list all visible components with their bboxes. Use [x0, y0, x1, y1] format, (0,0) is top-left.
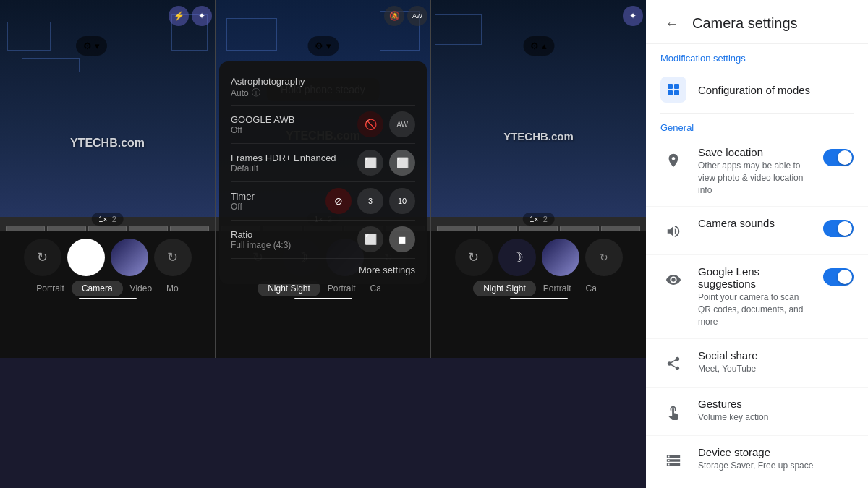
mode-label-portrait-3[interactable]: Portrait	[536, 281, 579, 296]
fs-hdr-value: Default	[231, 163, 357, 174]
timer-10-icon[interactable]: 10	[389, 188, 415, 214]
fs-row-ratio: Ratio Full image (4:3) ⬜ ◼	[231, 221, 415, 259]
fs-row-hdr: Frames HDR+ Enhanced Default ⬜ ⬜	[231, 144, 415, 182]
social-share-subtitle: Meet, YouTube	[698, 363, 854, 375]
panel-1-settings-button[interactable]: ⚙ ▾	[76, 36, 107, 56]
panel-2-indicator	[294, 298, 352, 299]
ratio-square-icon[interactable]: ◼	[389, 226, 415, 252]
blueprint-el	[22, 58, 80, 72]
mode-icon-night-3[interactable]: ☽	[498, 239, 536, 276]
config-modes-item[interactable]: Configuration of modes	[646, 67, 868, 113]
hdr-icon-1[interactable]: ⬜	[357, 150, 383, 176]
zoom-2x-1[interactable]: 2	[112, 215, 116, 223]
fs-ratio-group: Ratio Full image (4:3)	[231, 229, 357, 250]
fs-timer-label: Timer	[231, 191, 326, 202]
save-location-subtitle: Other apps may be able to view photo & v…	[698, 160, 812, 196]
fs-row-timer: Timer Off ⊘ 3 10	[231, 182, 415, 221]
fs-hdr-group: Frames HDR+ Enhanced Default	[231, 153, 357, 174]
timer-3-icon[interactable]: 3	[357, 188, 383, 214]
sparkle-icon[interactable]: ✦	[192, 6, 212, 26]
panel-1-mode-labels: Portrait Camera Video Mo	[0, 281, 215, 296]
fs-ratio-label: Ratio	[231, 229, 357, 240]
zoom-1x-3[interactable]: 1×	[529, 215, 539, 223]
save-location-toggle[interactable]	[823, 149, 854, 166]
social-share-title: Social share	[698, 349, 854, 361]
mode-icon-more-1[interactable]: ↻	[154, 239, 192, 276]
no-flash-icon[interactable]: ⚡	[169, 6, 189, 26]
back-button[interactable]: ←	[660, 12, 684, 35]
panel-3-settings-button[interactable]: ⚙ ▴	[523, 36, 554, 56]
svg-rect-1	[674, 84, 679, 89]
advanced-item[interactable]: Advanced	[646, 484, 868, 488]
config-modes-title: Configuration of modes	[698, 84, 810, 96]
fs-timer-group: Timer Off	[231, 191, 326, 212]
camera-sounds-toggle[interactable]	[823, 220, 854, 237]
camera-section: YTECHB.com ⚙ ▾ ⚡ ✦	[0, 0, 646, 488]
mode-icon-sync-1[interactable]: ↻	[24, 239, 61, 276]
fs-hdr-label: Frames HDR+ Enhanced	[231, 153, 357, 163]
mode-icon-camera-1[interactable]	[67, 239, 105, 276]
mode-icon-sync-3[interactable]: ↻	[455, 239, 493, 276]
fs-astro-value: Auto ⓘ	[231, 87, 415, 99]
mode-label-video-1[interactable]: Video	[123, 281, 159, 296]
camera-panel-2: YTECHB.com ⚙ ▾ Hold phone steady Astroph…	[216, 0, 431, 358]
save-location-item[interactable]: Save location Other apps may be able to …	[646, 136, 868, 207]
panel-3-top-icons: ✦	[623, 6, 643, 26]
mode-label-camera-1[interactable]: Camera	[72, 281, 123, 296]
device-storage-content: Device storage Storage Saver, Free up sp…	[698, 446, 854, 472]
panel-1-mode-icons: ↻ ↻	[0, 231, 215, 281]
camera-sounds-item[interactable]: Camera sounds	[646, 207, 868, 255]
google-lens-toggle-container	[823, 268, 854, 286]
google-lens-toggle[interactable]	[823, 268, 854, 286]
camera-panels: YTECHB.com ⚙ ▾ ⚡ ✦	[0, 0, 646, 358]
mode-label-night-3[interactable]: Night Sight	[473, 281, 536, 296]
social-share-item[interactable]: Social share Meet, YouTube	[646, 339, 868, 388]
gestures-item[interactable]: Gestures Volume key action	[646, 388, 868, 436]
aw-icon[interactable]: AW	[407, 6, 427, 26]
google-lens-title: Google Lens suggestions	[698, 265, 812, 290]
camera-sounds-toggle-container	[823, 220, 854, 237]
panel-3-mode-labels: Night Sight Portrait Ca	[431, 281, 646, 296]
blueprint-el-2	[226, 18, 277, 51]
mode-icon-ca-3[interactable]: ↻	[585, 239, 623, 276]
awb-off-icon[interactable]: 🚫	[357, 111, 383, 137]
no-sound-icon[interactable]: 🔕	[384, 6, 404, 26]
storage-icon	[660, 448, 686, 474]
blueprint-el-4	[435, 14, 482, 45]
mode-label-mo-1[interactable]: Mo	[159, 281, 186, 296]
fs-timer-value: Off	[231, 202, 326, 212]
sparkle-icon-3[interactable]: ✦	[623, 6, 643, 26]
svg-rect-3	[674, 90, 679, 95]
gestures-title: Gestures	[698, 398, 854, 410]
config-modes-icon	[660, 77, 686, 103]
more-settings-button[interactable]: More settings	[231, 265, 415, 275]
device-storage-item[interactable]: Device storage Storage Saver, Free up sp…	[646, 436, 868, 484]
google-lens-item[interactable]: Google Lens suggestions Point your camer…	[646, 255, 868, 338]
panel-2-settings-button[interactable]: ⚙ ▾	[307, 36, 339, 56]
panel-1-bottom: ↻ ↻ Portrait Camera Video Mo	[0, 231, 215, 358]
sound-icon	[660, 218, 686, 244]
timer-off-icon[interactable]: ⊘	[326, 188, 352, 214]
camera-panel-3: YTECHB.com ⚙ ▴ ✦	[431, 0, 646, 358]
mode-icon-port-3[interactable]	[542, 239, 579, 276]
awb-on-icon[interactable]: AW	[389, 111, 415, 137]
ratio-full-icon[interactable]: ⬜	[357, 226, 383, 252]
gestures-content: Gestures Volume key action	[698, 398, 854, 424]
fs-awb-icons: 🚫 AW	[357, 111, 415, 137]
gesture-icon	[660, 399, 686, 425]
mode-label-ca-3[interactable]: Ca	[579, 281, 604, 296]
blueprint-el	[7, 22, 51, 51]
social-share-content: Social share Meet, YouTube	[698, 349, 854, 375]
zoom-2x-3[interactable]: 2	[543, 215, 548, 223]
mode-label-portrait-1[interactable]: Portrait	[29, 281, 72, 296]
chevron-down-icon: ▾	[95, 40, 100, 51]
hdr-icon-2[interactable]: ⬜	[389, 150, 415, 176]
zoom-1x-1[interactable]: 1×	[98, 215, 108, 223]
mode-icon-video-1[interactable]	[111, 239, 148, 276]
modification-section-label: Modification settings	[646, 44, 868, 67]
chevron-up-icon: ▴	[542, 40, 547, 51]
device-storage-title: Device storage	[698, 446, 854, 458]
camera-panel-1: YTECHB.com ⚙ ▾ ⚡ ✦	[0, 0, 216, 358]
fs-row-google-awb: GOOGLE AWB Off 🚫 AW	[231, 106, 415, 144]
settings-header: ← Camera settings	[646, 0, 868, 44]
